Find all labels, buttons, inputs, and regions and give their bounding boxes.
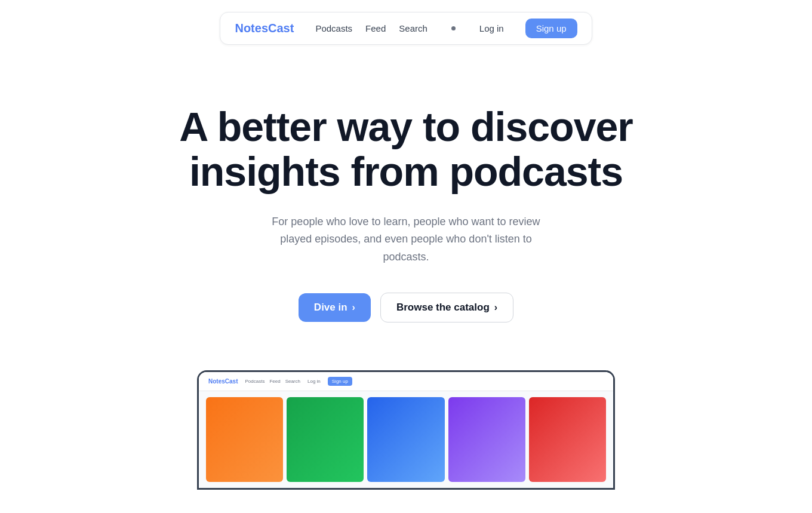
mockup-inner: NotesCast Podcasts Feed Search Log in Si… [199, 372, 613, 488]
nav-links: Podcasts Feed Search [310, 21, 432, 36]
dive-in-button[interactable]: Dive in › [299, 293, 371, 322]
nav-link-search[interactable]: Search [394, 21, 432, 36]
nav-login-link[interactable]: Log in [475, 21, 509, 36]
mockup-login: Log in [307, 379, 321, 384]
nav-separator-dot [451, 26, 456, 30]
mockup-grid [199, 391, 613, 488]
app-mockup: NotesCast Podcasts Feed Search Log in Si… [197, 370, 615, 490]
navbar: NotesCast Podcasts Feed Search Log in Si… [220, 12, 592, 45]
mockup-card-4 [448, 397, 525, 482]
browse-catalog-button[interactable]: Browse the catalog › [380, 293, 513, 322]
mockup-logo-rest: otesCast [213, 378, 238, 385]
mockup-card-5 [529, 397, 606, 482]
mockup-card-3 [367, 397, 444, 482]
nav-link-feed[interactable]: Feed [361, 21, 390, 36]
logo-rest: otesCast [244, 21, 294, 35]
mockup-nav: NotesCast Podcasts Feed Search Log in Si… [199, 372, 613, 391]
mockup-logo: NotesCast [208, 378, 238, 385]
nav-link-podcasts[interactable]: Podcasts [310, 21, 357, 36]
hero-subtitle: For people who love to learn, people who… [257, 213, 555, 266]
mockup-signup: Sign up [328, 377, 352, 386]
mockup-nav-search: Search [285, 379, 300, 384]
dive-in-label: Dive in [314, 302, 347, 314]
browse-catalog-label: Browse the catalog [396, 302, 490, 314]
mockup-nav-feed: Feed [269, 379, 280, 384]
mockup-nav-podcasts: Podcasts [245, 379, 264, 384]
logo-highlight: N [235, 21, 243, 35]
hero-section: A better way to discover insights from p… [0, 51, 812, 358]
hero-title: A better way to discover insights from p… [173, 105, 639, 194]
mockup-section: NotesCast Podcasts Feed Search Log in Si… [0, 370, 812, 490]
mockup-nav-links: Podcasts Feed Search [245, 379, 300, 384]
chevron-right-icon: › [352, 302, 355, 313]
nav-signup-button[interactable]: Sign up [525, 19, 577, 38]
nav-wrapper: NotesCast Podcasts Feed Search Log in Si… [0, 0, 812, 51]
nav-logo[interactable]: NotesCast [235, 21, 294, 35]
mockup-card-1 [206, 397, 283, 482]
chevron-right-icon-secondary: › [494, 302, 497, 313]
mockup-card-2 [287, 397, 364, 482]
hero-buttons: Dive in › Browse the catalog › [299, 293, 513, 322]
